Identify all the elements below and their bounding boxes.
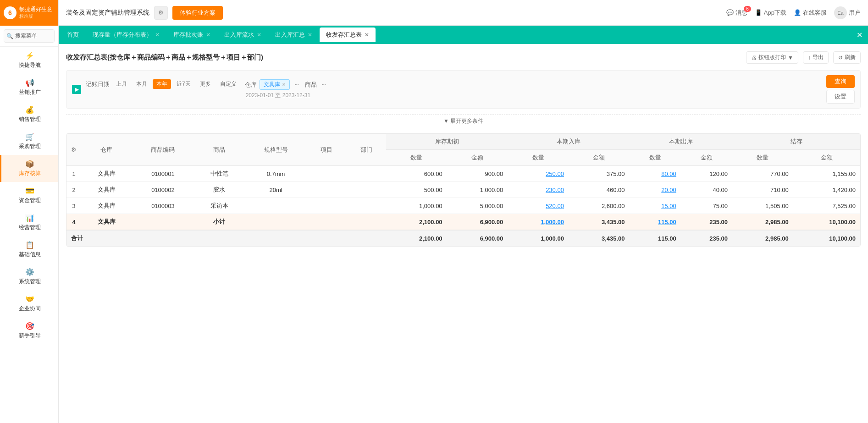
date-btn-custom[interactable]: 自定义 [216, 79, 240, 89]
th-department: 部门 [347, 134, 386, 166]
row-balance-qty: 770.00 [732, 166, 793, 182]
sidebar-item-quick-nav[interactable]: ⚡ 快捷导航 [0, 47, 58, 74]
tab-inout-flow[interactable]: 出入库流水 ✕ [218, 27, 268, 42]
tab-batch-close[interactable]: ✕ [206, 32, 210, 38]
row-goods-name: 小计 [194, 214, 245, 231]
settings-gear-button[interactable]: ⚙ [154, 6, 168, 20]
row-out-qty[interactable]: 115.00 [630, 214, 681, 231]
expand-bar: ▼ 展开更多条件 [66, 114, 861, 128]
printer-icon: 🖨 [751, 55, 757, 61]
sales-icon: 💰 [25, 105, 34, 114]
sidebar-item-inventory[interactable]: 📦 库存核算 [0, 155, 58, 182]
row-goods-name: 胶水 [194, 182, 245, 198]
row-out-qty[interactable]: 20.00 [630, 182, 681, 198]
date-btn-this-month[interactable]: 本月 [133, 79, 151, 89]
system-label: 系统管理 [19, 278, 41, 286]
setting-button[interactable]: 设置 [826, 90, 855, 104]
online-service-action[interactable]: 👤 在线客服 [794, 9, 827, 17]
th-group-period-in: 本期入库 [508, 134, 629, 150]
tab-stock-dist-close[interactable]: ✕ [155, 32, 160, 38]
sidebar-item-sales[interactable]: 💰 销售管理 [0, 101, 58, 128]
sidebar-item-enterprise[interactable]: 🤝 企业协同 [0, 290, 58, 317]
expand-more-button[interactable]: ▼ 展开更多条件 [443, 117, 483, 125]
warehouse-filter-label: 仓库 [245, 81, 257, 89]
row-balance-qty: 2,985.00 [732, 214, 793, 231]
logo-text-line2: 标准版 [19, 13, 52, 20]
row-in-qty[interactable]: 230.00 [508, 182, 569, 198]
row-project [307, 214, 346, 231]
sidebar-item-marketing[interactable]: 📢 营销推广 [0, 74, 58, 101]
tab-batch[interactable]: 库存批次账 ✕ [167, 27, 217, 42]
guide-icon: 🎯 [25, 322, 34, 330]
collapse-arrow-button[interactable]: ▶ [72, 85, 81, 94]
main-area: 装备及固定资产辅助管理系统 ⚙ 体验行业方案 💬 消息 6 📱 App下载 👤 … [59, 0, 868, 423]
table-row: 4文具库小计2,100.006,900.001,000.003,435.0011… [66, 214, 860, 231]
filter-bar: ▶ 记账日期 上月 本月 本年 近7天 更多 自定义 [66, 70, 861, 109]
sidebar-item-operations[interactable]: 📊 经营管理 [0, 209, 58, 236]
sidebar-item-system[interactable]: ⚙️ 系统管理 [0, 263, 58, 290]
date-btn-7days[interactable]: 近7天 [173, 79, 194, 89]
expand-icon: ▼ [443, 118, 449, 124]
tab-inout-flow-close[interactable]: ✕ [257, 32, 261, 38]
warehouse-tag-text: 文具库 [264, 81, 280, 88]
tab-stock-dist[interactable]: 现存量（库存分布表） ✕ [86, 27, 166, 42]
tab-bar-close-button[interactable]: ✕ [853, 29, 866, 41]
sidebar-item-purchase[interactable]: 🛒 采购管理 [0, 128, 58, 155]
tab-receive-summary-close[interactable]: ✕ [365, 32, 369, 38]
experience-button[interactable]: 体验行业方案 [172, 6, 223, 20]
refresh-button[interactable]: ↺ 刷新 [833, 51, 861, 64]
row-in-qty[interactable]: 520.00 [508, 198, 569, 214]
th-goods-code: 商品编码 [132, 134, 194, 166]
row-department [347, 198, 386, 214]
row-project [307, 166, 346, 182]
quick-nav-icon: ⚡ [25, 51, 34, 60]
user-avatar: Ea [834, 6, 847, 19]
sidebar-item-guide[interactable]: 🎯 新手引导 [0, 317, 58, 344]
tab-inout-summary-close[interactable]: ✕ [308, 32, 312, 38]
search-menu-button[interactable]: 🔍 搜索菜单 [4, 29, 55, 43]
total-balance-amt: 10,100.00 [793, 230, 860, 246]
th-group-period-out: 本期出库 [630, 134, 733, 150]
export-button[interactable]: ↑ 导出 [803, 51, 829, 64]
row-goods-spec: 20ml [245, 182, 307, 198]
inventory-icon: 📦 [25, 159, 34, 168]
row-in-qty[interactable]: 1,000.00 [508, 214, 569, 231]
query-button[interactable]: 查询 [826, 75, 855, 88]
quick-nav-label: 快捷导航 [19, 61, 41, 69]
tab-receive-summary[interactable]: 收发存汇总表 ✕ [320, 27, 376, 42]
table-settings-icon[interactable]: ⚙ [71, 146, 77, 153]
date-btn-last-month[interactable]: 上月 [112, 79, 131, 89]
message-icon: 💬 [726, 9, 734, 16]
date-btn-more[interactable]: 更多 [196, 79, 215, 89]
row-out-qty[interactable]: 15.00 [630, 198, 681, 214]
tab-stock-dist-label: 现存量（库存分布表） [93, 31, 152, 39]
warehouse-filter-dots[interactable]: ··· [293, 80, 300, 89]
goods-filter-dots[interactable]: ··· [320, 80, 327, 89]
date-btn-this-year[interactable]: 本年 [153, 79, 171, 89]
tab-batch-label: 库存批次账 [173, 31, 203, 39]
base-icon: 📋 [25, 241, 34, 249]
sidebar-item-finance[interactable]: 💳 资金管理 [0, 182, 58, 209]
total-row: 合计 2,100.00 6,900.00 1,000.00 3,435.00 1… [66, 230, 860, 246]
marketing-icon: 📢 [25, 78, 34, 87]
sidebar-logo: 6 畅捷通好生意 标准版 [0, 0, 58, 26]
row-warehouse: 文具库 [81, 198, 132, 214]
goods-filter-label: 商品 [305, 81, 317, 89]
message-action[interactable]: 💬 消息 6 [726, 9, 747, 17]
row-out-amt: 120.00 [681, 166, 732, 182]
tab-home[interactable]: 首页 [61, 27, 85, 42]
warehouse-tag-close[interactable]: ✕ [282, 82, 286, 87]
th-goods-spec: 规格型号 [245, 134, 307, 166]
row-out-qty[interactable]: 80.00 [630, 166, 681, 182]
user-action[interactable]: Ea 用户 [834, 6, 861, 19]
purchase-icon: 🛒 [25, 132, 34, 141]
row-in-qty[interactable]: 250.00 [508, 166, 569, 182]
print-button[interactable]: 🖨 按钮版打印 ▼ [746, 51, 798, 64]
sidebar-item-base[interactable]: 📋 基础信息 [0, 236, 58, 263]
logo-text-line1: 畅捷通好生意 [19, 6, 52, 13]
th-balance-qty: 数量 [732, 150, 793, 166]
app-download-action[interactable]: 📱 App下载 [755, 9, 786, 17]
th-group-balance: 结存 [732, 134, 860, 150]
table-row: 3文具库0100003采访本1,000.005,000.00520.002,60… [66, 198, 860, 214]
tab-inout-summary[interactable]: 出入库汇总 ✕ [269, 27, 319, 42]
